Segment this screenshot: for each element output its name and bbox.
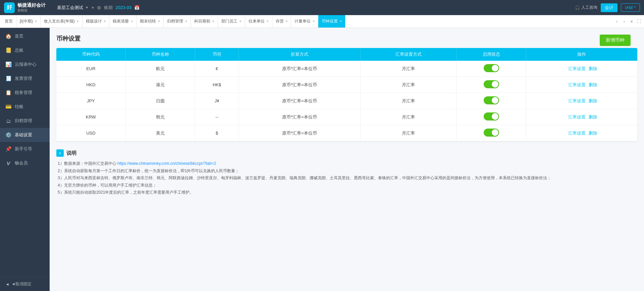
table-row: USD 美元 $ 原币*汇率=本位币 月汇率 汇率设置 删除 — [56, 125, 637, 141]
home-icon: 🏠 — [5, 33, 11, 39]
cell-action-2: 汇率设置 删除 — [526, 93, 637, 109]
toggle-enabled-3[interactable] — [484, 112, 499, 120]
rate-setting-link-2[interactable]: 汇率设置 — [568, 98, 586, 103]
tab-prev-btn[interactable]: ‹ — [613, 15, 621, 28]
delete-link-3[interactable]: 删除 — [589, 114, 597, 119]
settings-sidebar-icon: ⚙️ — [5, 132, 11, 138]
tab-archive[interactable]: 归档管理 × — [164, 15, 191, 28]
rate-setting-link-4[interactable]: 汇率设置 — [568, 131, 586, 136]
add-company-btn[interactable]: + — [91, 5, 94, 11]
sidebar-item-archive[interactable]: 🗂 归档管理 — [0, 114, 50, 128]
cell-code-0: EUR — [56, 61, 125, 77]
tab-partner-close[interactable]: × — [267, 19, 269, 23]
tab-unit-close[interactable]: × — [313, 19, 315, 23]
tab-subject-close[interactable]: × — [212, 19, 214, 23]
tab-inventory-close[interactable]: × — [286, 19, 288, 23]
col-name: 币种名称 — [125, 48, 195, 61]
content-area: 币种设置 新增币种 币种代码 币种名称 币符 折算方式 汇率设置方式 启用状态 … — [50, 28, 644, 291]
rate-setting-link-1[interactable]: 汇率设置 — [568, 82, 586, 87]
sidebar-item-home[interactable]: 🏠 首页 — [0, 29, 50, 43]
delete-link-2[interactable]: 删除 — [589, 98, 597, 103]
tab-currency[interactable]: 币种设置 × — [318, 15, 345, 28]
sidebar-item-invoice[interactable]: 🧾 发票管理 — [0, 71, 50, 86]
cell-symbol-2: J¥ — [195, 93, 238, 109]
tab-template-label: 模版设计 — [86, 18, 102, 24]
notice-item-3: 3）人民币对马来西亚林吉特、俄罗斯卢布、南非兰特、韩元、阿联酋迪拉姆、沙特里亚尔… — [56, 175, 637, 182]
delete-link-4[interactable]: 删除 — [589, 131, 597, 136]
tab-tax[interactable]: 税表清册 × — [109, 15, 137, 28]
collapse-icon: ◄ — [5, 282, 9, 287]
archive-icon: 🗂 — [5, 118, 11, 124]
tab-inventory-label: 存货 — [276, 18, 284, 24]
col-calc: 折算方式 — [238, 48, 360, 61]
company-selector[interactable]: 基层工会测试 ▼ — [57, 5, 89, 11]
tab-expand-btn[interactable]: ⛶ — [635, 15, 643, 28]
tab-period[interactable]: 期末结转 × — [137, 15, 164, 28]
tab-beta-label: β(中期) — [20, 18, 33, 24]
tab-subject-label: 科目期初 — [194, 18, 210, 24]
tab-dept[interactable]: 部门员工 × — [218, 15, 245, 28]
sidebar-item-report[interactable]: 📊 云报表中心 — [0, 57, 50, 71]
tab-home[interactable]: 首页 — [1, 15, 16, 28]
tab-currency-close[interactable]: × — [340, 19, 342, 23]
tab-template[interactable]: 模版设计 × — [83, 15, 110, 28]
toggle-enabled-4[interactable] — [484, 129, 499, 137]
notice-title: ≡ 说明 — [56, 149, 637, 157]
tab-next-btn[interactable]: › — [621, 15, 628, 28]
tab-unit[interactable]: 计量单位 × — [291, 15, 318, 28]
calendar-icon[interactable]: 📅 — [134, 5, 140, 10]
sidebar-invoice-label: 发票管理 — [15, 76, 32, 82]
delete-link-1[interactable]: 删除 — [589, 82, 597, 87]
tab-tax-close[interactable]: × — [131, 19, 133, 23]
sidebar-item-settle[interactable]: 💳 结账 — [0, 100, 50, 114]
tab-close-all-btn[interactable]: × — [628, 15, 635, 28]
cell-calc-3: 原币*汇率=本位币 — [238, 109, 360, 125]
tab-period-close[interactable]: × — [158, 19, 160, 23]
tab-currency-label: 币种设置 — [322, 18, 338, 24]
account-button[interactable]: 会计 — [601, 3, 618, 12]
tab-archive-close[interactable]: × — [185, 19, 187, 23]
cell-status-1 — [457, 77, 526, 93]
tab-income[interactable]: 收入支出表(年报) × — [41, 15, 83, 28]
sidebar-item-tax[interactable]: 📋 税务管理 — [0, 86, 50, 100]
cell-code-4: USD — [56, 125, 125, 141]
rate-setting-link-3[interactable]: 汇率设置 — [568, 114, 586, 119]
cell-code-2: JPY — [56, 93, 125, 109]
cell-symbol-3: -- — [195, 109, 238, 125]
collapse-label: ◄取消固定 — [11, 281, 32, 287]
tab-income-close[interactable]: × — [77, 19, 79, 23]
cell-status-3 — [457, 109, 526, 125]
notice-link[interactable]: https://www.chinamoney.com.cn/chinese/bk… — [117, 161, 216, 166]
cell-calc-0: 原币*汇率=本位币 — [238, 61, 360, 77]
toggle-enabled-2[interactable] — [484, 96, 499, 104]
sidebar-collapse-btn[interactable]: ◄ ◄取消固定 — [0, 277, 50, 291]
sidebar-item-settings[interactable]: ⚙️ 基础设置 — [0, 128, 50, 142]
cell-rate-4: 月汇率 — [361, 125, 457, 141]
page-title: 币种设置 — [56, 35, 637, 43]
app-sub: 旗舰版 — [17, 8, 46, 13]
tab-subject[interactable]: 科目期初 × — [191, 15, 218, 28]
tab-dept-close[interactable]: × — [239, 19, 241, 23]
cell-calc-1: 原币*汇率=本位币 — [238, 77, 360, 93]
tab-beta-close[interactable]: × — [35, 19, 37, 23]
sidebar-item-member[interactable]: V 畅会员 — [0, 156, 50, 170]
delete-link-0[interactable]: 删除 — [589, 66, 597, 71]
tab-inventory[interactable]: 存货 × — [272, 15, 291, 28]
cell-status-0 — [457, 61, 526, 77]
sidebar-item-guide[interactable]: 📌 新手引导 — [0, 142, 50, 156]
iam-button[interactable]: iAM * — [621, 3, 640, 12]
support-button[interactable]: 🎧 人工咨询 — [575, 5, 597, 10]
tab-home-label: 首页 — [5, 18, 13, 24]
toggle-enabled-1[interactable] — [484, 80, 499, 88]
invoice-icon: 🧾 — [5, 76, 11, 82]
cell-calc-2: 原币*汇率=本位币 — [238, 93, 360, 109]
settings-icon[interactable]: ⚙ — [97, 5, 101, 10]
tab-partner[interactable]: 往来单位 × — [245, 15, 272, 28]
tab-template-close[interactable]: × — [104, 19, 106, 23]
rate-setting-link-0[interactable]: 汇率设置 — [568, 66, 586, 71]
toggle-enabled-0[interactable] — [484, 64, 499, 72]
tab-beta[interactable]: β(中期) × — [16, 15, 41, 28]
sidebar-item-ledger[interactable]: 📒 总账 — [0, 43, 50, 57]
new-currency-button[interactable]: 新增币种 — [600, 35, 631, 46]
sidebar-report-label: 云报表中心 — [15, 61, 37, 67]
